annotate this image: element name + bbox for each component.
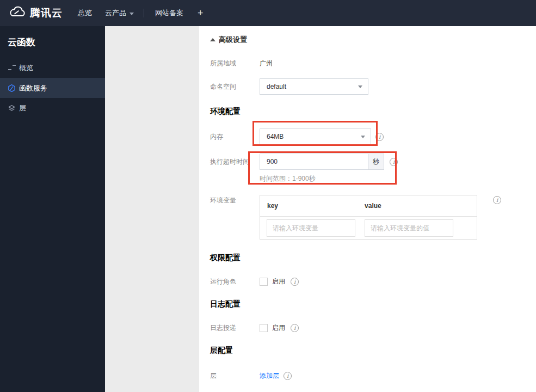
sidebar-item-label: 层 [19,103,26,113]
envvar-value-header: value [358,202,477,210]
grid-icon [8,64,16,72]
timeout-row: 执行超时时间 秒 i [210,154,398,170]
namespace-selected-value: default [267,83,286,90]
nav-item-overview[interactable]: 总览 [78,8,92,18]
envvar-key-input[interactable] [267,219,355,237]
envvar-info-icon[interactable]: i [493,196,501,204]
timeout-input[interactable] [260,154,368,169]
layer-label: 层 [210,371,260,381]
namespace-select[interactable]: default [260,78,368,95]
timeout-label: 执行超时时间 [210,157,260,167]
sidebar-item-label: 概览 [19,63,33,73]
role-label: 运行角色 [210,277,260,286]
memory-row: 内存 64MB i [210,128,384,145]
brand[interactable]: 腾讯云 [9,6,63,21]
advanced-settings-label: 高级设置 [219,35,247,45]
log-row: 日志投递 启用 i [210,323,299,332]
section-log-config: 日志配置 [210,299,241,309]
envvar-label: 环境变量 [210,196,236,205]
chevron-down-icon [130,13,134,15]
tencent-cloud-logo-icon [9,6,25,21]
function-service-icon [8,84,16,92]
envvar-key-header: key [260,202,358,210]
sidebar-item-layers[interactable]: 层 [0,98,105,118]
namespace-label: 命名空间 [210,82,260,91]
log-info-icon[interactable]: i [291,324,299,332]
sidebar-menu: 概览 函数服务 层 [0,58,105,118]
layers-icon [8,104,16,112]
nav-item-products[interactable]: 云产品 [105,8,134,18]
region-label: 所属地域 [210,59,260,68]
sidebar-item-function-service[interactable]: 函数服务 [0,78,105,98]
select-caret-icon [358,85,362,88]
envvar-table-header: key value [260,195,477,217]
nav-divider [144,9,144,17]
timeout-input-group: 秒 [260,154,384,170]
namespace-row: 命名空间 default [210,78,368,95]
add-tab-button[interactable]: + [198,8,204,19]
advanced-settings-toggle[interactable]: 高级设置 [210,35,247,45]
role-enable-checkbox[interactable] [260,278,268,286]
role-info-icon[interactable]: i [291,278,299,286]
nav-item-icp[interactable]: 网站备案 [155,8,183,18]
page-background-panel [105,26,199,392]
timeout-unit: 秒 [368,154,384,169]
function-config-form: 高级设置 所属地域 广州 命名空间 default 环境配置 内存 64MB i… [199,26,536,392]
log-enable-label: 启用 [272,323,285,333]
envvar-table: key value [260,195,477,240]
region-value: 广州 [260,59,273,68]
log-label: 日志投递 [210,323,260,333]
role-enable-label: 启用 [272,277,285,286]
layer-row: 层 添加层 i [210,371,292,380]
timeout-info-icon[interactable]: i [390,158,398,166]
select-caret-icon [361,136,365,138]
envvar-value-input[interactable] [365,219,453,237]
top-nav: 腾讯云 总览 云产品 网站备案 + [0,0,536,26]
envvar-table-row [260,217,477,240]
sidebar-item-overview[interactable]: 概览 [0,58,105,78]
memory-select[interactable]: 64MB [260,128,371,145]
timeout-hint: 时间范围：1-900秒 [260,174,316,183]
memory-info-icon[interactable]: i [375,133,384,141]
add-layer-link[interactable]: 添加层 [260,371,279,381]
role-row: 运行角色 启用 i [210,277,299,286]
collapse-triangle-icon [210,38,215,41]
sidebar-title: 云函数 [0,26,105,47]
section-layer-config: 层配置 [210,346,233,356]
section-permission-config: 权限配置 [210,253,241,263]
region-row: 所属地域 广州 [210,59,273,67]
log-enable-checkbox[interactable] [260,324,268,332]
sidebar: 云函数 概览 函数服务 层 [0,26,105,392]
section-env-config: 环境配置 [210,107,241,117]
memory-selected-value: 64MB [267,133,284,140]
memory-label: 内存 [210,132,260,142]
sidebar-item-label: 函数服务 [19,83,47,93]
brand-name: 腾讯云 [30,6,63,20]
layer-info-icon[interactable]: i [284,372,292,380]
